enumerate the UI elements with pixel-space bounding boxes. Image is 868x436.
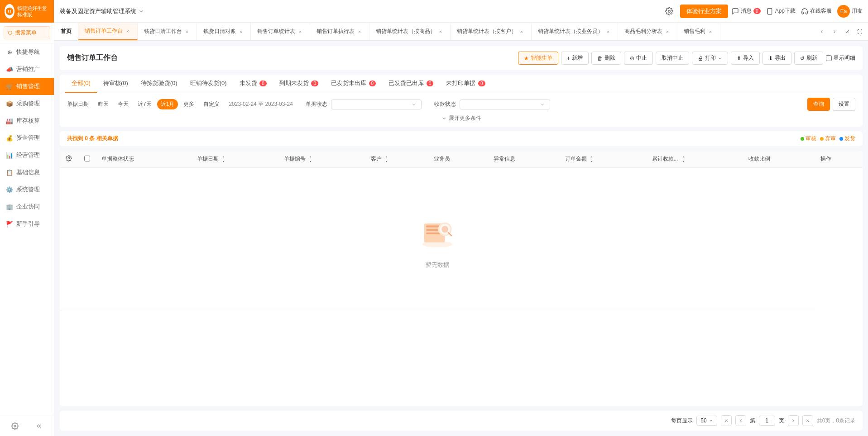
sub-tab-pending-inspection[interactable]: 待拣货验货(0) [134, 75, 184, 93]
column-amount[interactable]: 订单金额 [560, 151, 647, 168]
empty-illustration [415, 209, 460, 254]
sidebar-nav-guide[interactable]: 🚩 新手引导 [0, 215, 54, 232]
cancel-stop-button[interactable]: 取消中止 [656, 52, 689, 65]
sub-tab-pending-review[interactable]: 待审核(0) [97, 75, 134, 93]
sidebar-nav-quick[interactable]: ⊕ 快捷导航 [0, 43, 54, 61]
tab-daily-clearing[interactable]: 钱货日清工作台 × [138, 23, 197, 40]
search-menu-button[interactable]: 搜索菜单 [4, 26, 50, 39]
settings-icon[interactable] [662, 4, 676, 19]
sub-tabs-container: 全部(0) 待审核(0) 待拣货验货(0) 旺铺待发货(0) 未发货 0 到期未… [60, 75, 863, 127]
column-settings[interactable] [60, 151, 78, 168]
tab-close-sales-order-stats[interactable]: × [297, 28, 303, 35]
last-page-btn[interactable] [802, 415, 813, 426]
print-button[interactable]: 🖨 打印 [692, 52, 728, 65]
tab-product-margin[interactable]: 商品毛利分析表 × [618, 23, 677, 40]
sidebar-nav-sales[interactable]: 🛒 销售管理 [0, 78, 54, 95]
next-page-btn[interactable] [788, 415, 799, 426]
tab-sales-order-stats[interactable]: 销售订单统计表 × [251, 23, 310, 40]
online-service-btn[interactable]: 在线客服 [801, 7, 832, 15]
delete-button[interactable]: 🗑 删除 [591, 52, 621, 65]
sub-tab-all[interactable]: 全部(0) [65, 75, 97, 93]
message-btn[interactable]: 消息 6 [732, 7, 761, 15]
column-collected[interactable]: 累计收款... [647, 151, 743, 168]
sidebar-nav-system[interactable]: ⚙️ 系统管理 [0, 181, 54, 198]
sub-tab-wangpu-pending-ship[interactable]: 旺铺待发货(0) [184, 75, 233, 93]
page-number-input[interactable] [759, 416, 775, 426]
tab-close-sales-order-exec[interactable]: × [356, 28, 363, 35]
flag-icon: 🚩 [5, 220, 14, 228]
tab-close-product-margin[interactable]: × [664, 28, 671, 35]
sidebar-nav-marketing[interactable]: 📣 营销推广 [0, 61, 54, 78]
page-size-select[interactable]: 50 [696, 416, 717, 426]
import-button[interactable]: ⬆ 导入 [731, 52, 760, 65]
tab-close-sales-order-workbench[interactable]: × [125, 28, 131, 34]
sidebar-nav-finance[interactable]: 💰 资金管理 [0, 129, 54, 147]
column-actions: 操作 [815, 151, 863, 168]
sidebar-nav-inventory[interactable]: 🏭 库存核算 [0, 112, 54, 129]
expand-more-conditions[interactable]: 展开更多条件 [441, 114, 481, 122]
tab-close-sales-gross[interactable]: × [707, 28, 714, 35]
sidebar-nav-enterprise[interactable]: 🏢 企业协同 [0, 198, 54, 215]
refresh-button[interactable]: ↺ 刷新 [794, 52, 823, 65]
date-btn-today[interactable]: 今天 [114, 99, 132, 109]
tab-sales-order-exec[interactable]: 销售订单执行表 × [310, 23, 369, 40]
tab-close-all-btn[interactable] [841, 25, 854, 38]
prev-page-btn[interactable] [735, 415, 746, 426]
date-btn-7days[interactable]: 近7天 [134, 99, 155, 109]
first-page-btn[interactable] [721, 415, 732, 426]
user-menu-btn[interactable]: Ea 用友 [837, 5, 863, 18]
tab-close-sales-stats-staff[interactable]: × [605, 28, 611, 35]
sub-tab-shipped-not-in[interactable]: 已发货未出库 0 [325, 75, 382, 93]
date-btn-custom[interactable]: 自定义 [200, 99, 223, 109]
tab-close-sales-stats-product[interactable]: × [437, 28, 444, 35]
status-select-dropdown-icon [411, 102, 417, 107]
tab-maximize-btn[interactable] [854, 25, 866, 38]
status-select[interactable] [331, 100, 422, 109]
date-btn-yesterday[interactable]: 昨天 [94, 99, 112, 109]
column-number[interactable]: 单据编号 [278, 151, 365, 168]
smart-create-button[interactable]: ★ 智能生单 [518, 52, 558, 65]
tab-nav-left[interactable] [815, 25, 828, 38]
sub-tab-shipped-out[interactable]: 已发货已出库 0 [382, 75, 440, 93]
tab-close-cash-goods-reconcile[interactable]: × [238, 28, 244, 35]
review-action-btn[interactable]: 审核 [801, 135, 816, 142]
date-btn-1month[interactable]: 近1月 [157, 99, 178, 109]
box-icon: 📦 [5, 100, 14, 108]
filter-settings-button[interactable]: 设置 [833, 98, 855, 111]
column-checkbox[interactable] [78, 151, 96, 168]
tab-sales-order-workbench[interactable]: 销售订单工作台 × [78, 23, 138, 40]
tab-close-sales-stats-customer[interactable]: × [518, 28, 525, 35]
column-customer[interactable]: 客户 [365, 151, 428, 168]
cart-icon: 🛒 [5, 82, 14, 90]
tab-sales-stats-staff[interactable]: 销货单统计表（按业务员） × [532, 23, 618, 40]
app-download-btn[interactable]: App下载 [766, 7, 796, 15]
tab-nav-right[interactable] [828, 25, 841, 38]
sidebar-settings-btn[interactable] [4, 420, 26, 432]
sidebar-nav-operation[interactable]: 📊 经营管理 [0, 147, 54, 164]
sub-tab-overdue-not-shipped[interactable]: 到期未发货 0 [273, 75, 325, 93]
tab-sales-stats-customer[interactable]: 销货单统计表（按客户） × [451, 23, 532, 40]
sub-tab-not-printed[interactable]: 未打印单据 0 [440, 75, 491, 93]
stop-button[interactable]: ⊘ 中止 [624, 52, 653, 65]
system-title[interactable]: 装备及固定资产辅助管理系统 [60, 7, 658, 15]
tab-home[interactable]: 首页 [54, 23, 78, 40]
sidebar-nav-purchase[interactable]: 📦 采购管理 [0, 95, 54, 112]
tab-sales-gross[interactable]: 销售毛利 × [677, 23, 720, 40]
ship-action-btn[interactable]: 发货 [839, 135, 855, 142]
query-button[interactable]: 查询 [807, 98, 830, 111]
industry-solution-button[interactable]: 体验行业方案 [680, 5, 728, 18]
select-all-checkbox[interactable] [84, 156, 90, 161]
date-btn-more[interactable]: 更多 [180, 99, 198, 109]
show-detail-checkbox[interactable]: 显示明细 [826, 54, 855, 62]
tab-close-daily-clearing[interactable]: × [184, 28, 190, 35]
tab-sales-stats-product[interactable]: 销货单统计表（按商品） × [369, 23, 451, 40]
payment-select[interactable] [460, 100, 550, 109]
sidebar-collapse-btn[interactable] [28, 420, 51, 432]
tab-cash-goods-reconcile[interactable]: 钱货日清对账 × [197, 23, 251, 40]
sub-tab-not-shipped[interactable]: 未发货 0 [233, 75, 273, 93]
sidebar-nav-basic[interactable]: 📋 基础信息 [0, 164, 54, 181]
cancel-review-action-btn[interactable]: 弃审 [820, 135, 836, 142]
add-button[interactable]: + 新增 [561, 52, 589, 65]
export-button[interactable]: ⬇ 导出 [762, 52, 791, 65]
column-date[interactable]: 单据日期 [192, 151, 278, 168]
